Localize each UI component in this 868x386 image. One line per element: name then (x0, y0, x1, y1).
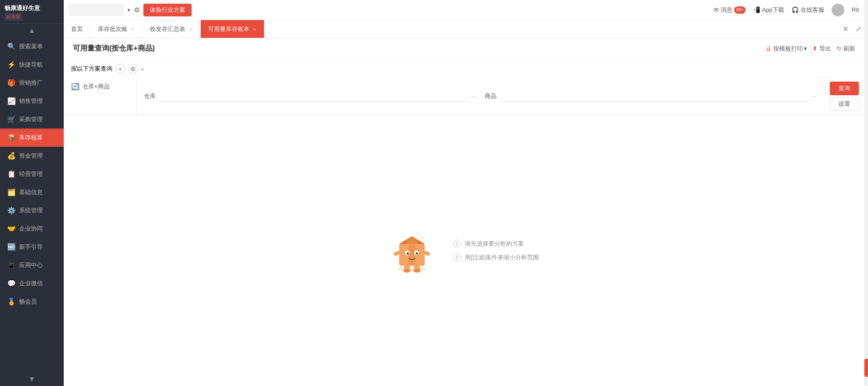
tab-recv-summary[interactable]: 收发存汇总表 × (142, 20, 200, 38)
query-scheme-settings-button[interactable]: ⚙ (128, 64, 138, 74)
topbar-gear-btn[interactable]: ⚙ (134, 6, 140, 14)
scheme-icon: 🔄 (71, 82, 80, 91)
newguide-icon: 🆕 (7, 243, 15, 251)
sidebar-scroll-down[interactable]: ▼ (0, 372, 64, 386)
sidebar-item-newguide[interactable]: 🆕 新手引导 (0, 238, 64, 256)
page-header: 可用量查询(按仓库+商品) 🖨 按模板打印 ▾ ⬆ 导出 ↻ 刷新 (64, 38, 864, 59)
query-fields: 仓库 ··· 商品 ··· (137, 78, 824, 114)
refresh-label: 刷新 (843, 45, 855, 53)
tab-available-ledger-close[interactable]: × (252, 26, 257, 33)
sidebar-item-shortcut[interactable]: ⚡ 快捷导航 (0, 56, 64, 74)
tab-close-all-btn[interactable]: ✕ (838, 25, 853, 33)
query-collapse-button[interactable]: « (141, 65, 144, 72)
tip-num-2: 2 (453, 253, 461, 262)
sidebar-item-label: 新手引导 (19, 243, 43, 251)
message-icon: ✉ (714, 6, 719, 13)
sidebar-item-system[interactable]: ⚙️ 系统管理 (0, 201, 64, 220)
sidebar-item-label: 经营管理 (19, 170, 43, 178)
online-service-label: 在线客服 (801, 6, 824, 14)
warehouse-input[interactable] (158, 91, 468, 102)
finance-icon: 💰 (7, 152, 15, 160)
industry-solution-button[interactable]: 体验行业方案 (143, 4, 192, 16)
query-add-button[interactable]: + (115, 64, 125, 74)
page-title: 可用量查询(按仓库+商品) (73, 44, 155, 53)
settings-button[interactable]: 设置 (830, 97, 859, 111)
appcenter-icon: 📱 (7, 261, 15, 269)
sidebar-item-wechat[interactable]: 💬 企业微信 (0, 274, 64, 293)
online-service-button[interactable]: 🎧 在线客服 (792, 6, 824, 14)
svg-point-20 (418, 233, 419, 234)
logo-sub: 标准版 (5, 13, 22, 21)
sidebar-item-inventory[interactable]: 📦 库存核算 (0, 129, 64, 147)
product-more-button[interactable]: ··· (812, 93, 817, 99)
sidebar-item-label: 企业协同 (19, 225, 43, 233)
page-actions: 🖨 按模板打印 ▾ ⬆ 导出 ↻ 刷新 (766, 45, 855, 53)
template-print-button[interactable]: 🖨 按模板打印 (766, 45, 803, 53)
sidebar-item-label: 库存核算 (19, 134, 43, 142)
svg-point-11 (417, 252, 418, 253)
refresh-icon: ↻ (837, 45, 842, 52)
sidebar-item-label: 销售管理 (19, 97, 43, 105)
avatar (832, 4, 844, 16)
svg-point-18 (421, 237, 423, 239)
username[interactable]: Rit (852, 6, 859, 13)
query-header: 按以下方案查询 + ⚙ « (64, 59, 864, 78)
wechat-icon: 💬 (7, 279, 15, 288)
tab-available-ledger[interactable]: 可用量库存账本 × (201, 20, 264, 38)
app-download-label: App下载 (762, 6, 784, 14)
template-print-label: 按模板打印 (773, 45, 803, 53)
sidebar-item-label: 企业微信 (19, 279, 43, 288)
sidebar-item-marketing[interactable]: 🎁 营销推广 (0, 74, 64, 92)
warehouse-more-button[interactable]: ··· (471, 93, 476, 99)
query-button[interactable]: 查询 (830, 82, 859, 95)
sidebar-item-enterprise[interactable]: 🤝 企业协同 (0, 220, 64, 238)
sidebar-item-member[interactable]: 🏅 畅会员 (0, 293, 64, 311)
refresh-button[interactable]: ↻ 刷新 (837, 45, 855, 53)
system-icon: ⚙️ (7, 206, 15, 215)
scheme-item-label: 仓库+商品 (82, 82, 110, 91)
query-header-label: 按以下方案查询 (71, 65, 112, 73)
online-service-icon: 🎧 (792, 6, 799, 13)
topbar: ▾ ⚙ 体验行业方案 ✉ 消息 99+ 📲 App下载 🎧 在线客服 Rit (64, 0, 864, 20)
message-button[interactable]: ✉ 消息 99+ (714, 6, 746, 14)
tabbar: 首页 库存批次账 × 收发存汇总表 × 可用量库存账本 × ✕ ⤢ (64, 20, 864, 38)
tab-batch-ledger-label: 库存批次账 (98, 25, 127, 33)
export-button[interactable]: ⬆ 导出 (812, 45, 831, 53)
app-download-button[interactable]: 📲 App下载 (753, 6, 784, 14)
sidebar-item-purchase[interactable]: 🛒 采购管理 (0, 110, 64, 129)
empty-content: 1 请先选择要分析的方案 2 用[过滤]条件来缩小分析范围 (389, 228, 539, 273)
sidebar-item-search[interactable]: 🔍 搜索菜单 (0, 37, 64, 56)
sidebar-item-basic[interactable]: 🗂️ 基础信息 (0, 183, 64, 201)
main-content: ▾ ⚙ 体验行业方案 ✉ 消息 99+ 📲 App下载 🎧 在线客服 Rit 首… (64, 0, 864, 386)
right-scrollbar[interactable] (864, 0, 868, 386)
tab-expand-btn[interactable]: ⤢ (853, 25, 864, 33)
product-field: 商品 ··· (485, 91, 817, 102)
sidebar-item-sales[interactable]: 📈 销售管理 (0, 92, 64, 110)
tab-batch-ledger-close[interactable]: × (130, 26, 135, 33)
warehouse-field-label: 仓库 (144, 92, 156, 100)
sales-icon: 📈 (7, 97, 15, 105)
tip-item-2: 2 用[过滤]条件来缩小分析范围 (453, 253, 539, 262)
tab-home[interactable]: 首页 (64, 20, 91, 38)
sidebar-item-label: 资金管理 (19, 152, 43, 160)
sidebar-item-finance[interactable]: 💰 资金管理 (0, 147, 64, 165)
print-icon: 🖨 (766, 45, 772, 52)
product-input[interactable] (499, 91, 809, 102)
svg-point-0 (398, 266, 426, 272)
sidebar-scroll-up[interactable]: ▲ (0, 24, 64, 37)
query-right-actions: 查询 设置 (824, 78, 864, 114)
sidebar-item-label: 应用中心 (19, 261, 43, 269)
topbar-dropdown-btn[interactable]: ▾ (127, 7, 130, 13)
template-print-dropdown-arrow[interactable]: ▾ (804, 45, 807, 52)
scheme-item-warehouse-product[interactable]: 🔄 仓库+商品 (64, 78, 136, 95)
message-label: 消息 (721, 6, 732, 14)
app-download-icon: 📲 (753, 6, 760, 13)
inventory-icon: 📦 (7, 134, 15, 142)
tab-recv-summary-close[interactable]: × (188, 26, 193, 33)
tab-batch-ledger[interactable]: 库存批次账 × (91, 20, 142, 38)
sidebar: 畅康通好生意 标准版 ▲ 🔍 搜索菜单 ⚡ 快捷导航 🎁 营销推广 📈 销售管理… (0, 0, 64, 386)
topbar-search-input[interactable] (69, 5, 124, 15)
svg-point-19 (425, 234, 426, 235)
sidebar-item-appcenter[interactable]: 📱 应用中心 (0, 256, 64, 274)
sidebar-item-operation[interactable]: 📋 经营管理 (0, 165, 64, 183)
